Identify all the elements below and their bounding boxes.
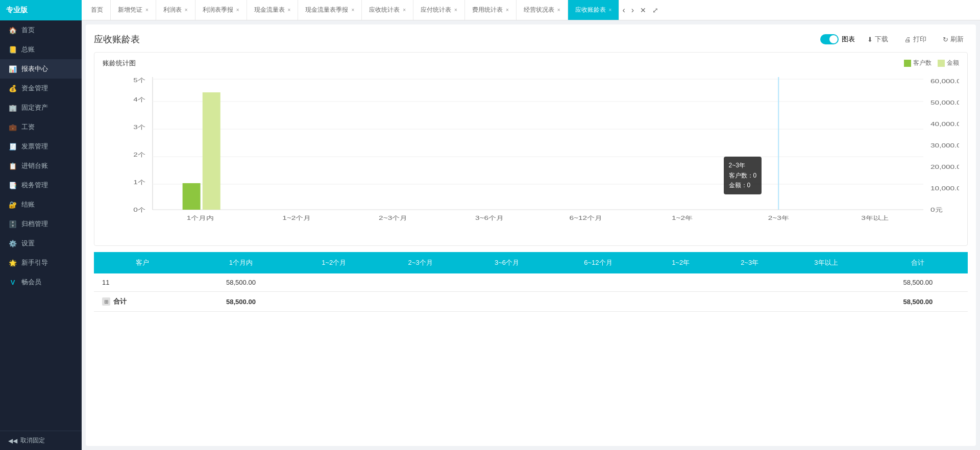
chart-legend: 客户数 金额 [904, 59, 959, 67]
total-label: ⊞ 合计 [102, 297, 187, 306]
svg-text:3年以上: 3年以上 [861, 215, 888, 221]
svg-text:6~12个月: 6~12个月 [569, 215, 602, 221]
main-area: 首页 新增凭证 × 利润表 × 利润表季报 × 现金流量表 × 现金流量表季报 … [82, 0, 980, 450]
sidebar-item-ledger[interactable]: 📒 总账 [0, 40, 82, 59]
download-button[interactable]: ⬇ 下载 [863, 33, 892, 46]
tab-close-aging-table[interactable]: × [609, 7, 612, 13]
tab-profit-quarterly[interactable]: 利润表季报 × [195, 0, 247, 20]
tab-cash-flow[interactable]: 现金流量表 × [247, 0, 299, 20]
tab-close-profit[interactable]: × [185, 7, 188, 13]
svg-text:50,000.00元: 50,000.00元 [930, 99, 959, 106]
sidebar-item-home[interactable]: 🏠 首页 [0, 20, 82, 40]
archive-icon: 🗄️ [8, 220, 17, 228]
tab-maximize-button[interactable]: ⤢ [649, 6, 662, 14]
sidebar-item-tax[interactable]: 📑 税务管理 [0, 176, 82, 195]
total-m2 [291, 292, 377, 312]
col-2-3y: 2~3年 [715, 252, 784, 273]
salary-icon: 💼 [8, 123, 17, 131]
sidebar-item-guide[interactable]: 🌟 新手引导 [0, 253, 82, 272]
tab-close-cash-flow-quarterly[interactable]: × [351, 7, 354, 13]
tab-prev-button[interactable]: ‹ [619, 6, 628, 15]
svg-text:2~3年: 2~3年 [768, 215, 789, 221]
sidebar-item-archive[interactable]: 🗄️ 归档管理 [0, 214, 82, 234]
table-header-row: 客户 1个月内 1~2个月 2~3个月 3~6个月 6~12个月 1~2年 2~… [94, 252, 968, 273]
tab-new-voucher[interactable]: 新增凭证 × [111, 0, 156, 20]
member-icon: V [8, 279, 17, 286]
col-3y-plus: 3年以上 [784, 252, 868, 273]
refresh-icon: ↻ [943, 36, 948, 43]
svg-text:3个: 3个 [133, 124, 145, 130]
tab-aging-table[interactable]: 应收账龄表 × [568, 0, 620, 20]
svg-text:1~2年: 1~2年 [672, 215, 693, 221]
sidebar-item-report[interactable]: 📊 报表中心 [0, 59, 82, 79]
chart-toggle[interactable]: 图表 [820, 34, 855, 44]
report-icon: 📊 [8, 65, 17, 73]
svg-text:10,000.00元: 10,000.00元 [930, 185, 959, 191]
svg-text:4个: 4个 [133, 96, 145, 103]
sales-ledger-icon: 📋 [8, 162, 17, 170]
chart-title: 账龄统计图 [103, 59, 959, 68]
sidebar-item-checkout[interactable]: 🔐 结账 [0, 195, 82, 214]
row-m2 [291, 273, 377, 292]
row-total: 58,500.00 [868, 273, 968, 292]
tax-icon: 📑 [8, 182, 17, 189]
sidebar-item-sales-ledger[interactable]: 📋 进销台账 [0, 156, 82, 176]
total-m4 [463, 292, 550, 312]
tab-close-receivable-stat[interactable]: × [403, 7, 406, 13]
sidebar-item-member[interactable]: V 畅会员 [0, 272, 82, 292]
tab-close-all-button[interactable]: ✕ [637, 6, 649, 14]
svg-text:60,000.00元: 60,000.00元 [930, 78, 959, 84]
tab-close-cash-flow[interactable]: × [288, 7, 291, 13]
row-m5 [550, 273, 647, 292]
tab-close-new-voucher[interactable]: × [145, 7, 149, 13]
tab-close-payable-stat[interactable]: × [454, 7, 457, 13]
refresh-button[interactable]: ↻ 刷新 [939, 33, 968, 46]
tab-close-business-stat[interactable]: × [557, 7, 560, 13]
sidebar-item-asset[interactable]: 🏢 固定资产 [0, 98, 82, 117]
toggle-switch-control[interactable] [820, 34, 839, 44]
col-2-3m: 2~3个月 [377, 252, 463, 273]
tab-payable-stat[interactable]: 应付统计表 × [413, 0, 465, 20]
tab-business-stat[interactable]: 经营状况表 × [517, 0, 568, 20]
tab-cash-flow-quarterly[interactable]: 现金流量表季报 × [298, 0, 362, 20]
svg-text:2个: 2个 [133, 152, 145, 158]
svg-text:40,000.00元: 40,000.00元 [930, 121, 959, 127]
sidebar-item-invoice[interactable]: 🧾 发票管理 [0, 137, 82, 156]
total-icon: ⊞ [102, 297, 110, 306]
tab-expense-stat[interactable]: 费用统计表 × [465, 0, 517, 20]
col-customer: 客户 [94, 252, 191, 273]
chart-svg: 0个 1个 2个 3个 4个 5个 0元 10,000.00元 20,000.0… [103, 72, 959, 235]
print-button[interactable]: 🖨 打印 [900, 33, 930, 46]
legend-amount: 金额 [938, 59, 959, 67]
table-row: 11 58,500.00 58,500.00 [94, 273, 968, 292]
sidebar: 专业版 🏠 首页 📒 总账 📊 报表中心 💰 资金管理 🏢 固定资产 💼 工资 … [0, 0, 82, 450]
guide-icon: 🌟 [8, 259, 17, 267]
sidebar-item-settings[interactable]: ⚙️ 设置 [0, 234, 82, 253]
sidebar-item-salary[interactable]: 💼 工资 [0, 117, 82, 137]
col-6-12m: 6~12个月 [550, 252, 647, 273]
col-total: 合计 [868, 252, 968, 273]
tab-next-button[interactable]: › [628, 6, 637, 15]
tab-close-profit-quarterly[interactable]: × [236, 7, 239, 13]
total-m3 [377, 292, 463, 312]
svg-text:3~6个月: 3~6个月 [475, 215, 504, 221]
legend-customer-color [904, 60, 911, 67]
home-icon: 🏠 [8, 27, 17, 34]
bar-amount-1 [203, 92, 220, 210]
tab-home[interactable]: 首页 [84, 0, 111, 20]
sidebar-pin-toggle[interactable]: ◀◀ 取消固定 [0, 431, 82, 450]
row-m6 [646, 273, 715, 292]
tab-profit[interactable]: 利润表 × [156, 0, 195, 20]
svg-text:30,000.00元: 30,000.00元 [930, 142, 959, 148]
total-m1: 58,500.00 [191, 292, 290, 312]
tab-receivable-stat[interactable]: 应收统计表 × [362, 0, 413, 20]
bar-customer-1 [183, 183, 201, 210]
pin-icon: ◀◀ [8, 437, 17, 444]
tab-close-expense-stat[interactable]: × [506, 7, 509, 13]
sidebar-item-capital[interactable]: 💰 资金管理 [0, 79, 82, 98]
svg-text:5个: 5个 [133, 77, 145, 83]
page-title: 应收账龄表 [94, 33, 140, 45]
row-m7 [715, 273, 784, 292]
invoice-icon: 🧾 [8, 143, 17, 151]
col-1-2y: 1~2年 [646, 252, 715, 273]
